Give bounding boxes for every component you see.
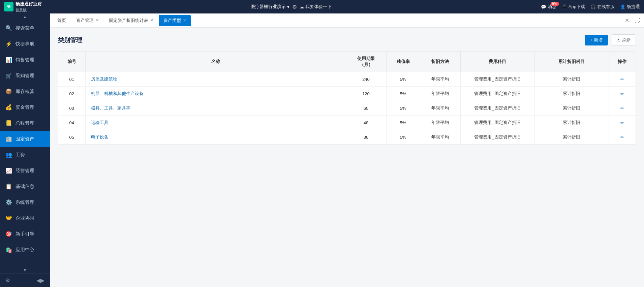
collapse-icon[interactable]: ◀▶ <box>36 277 44 284</box>
tab-bar: 首页 资产管理 ✕ 固定资产折旧统计表 ✕ 资产类型 ✕ ✕ ⛶ <box>50 13 644 28</box>
sidebar-item-label: 企业协同 <box>16 215 34 221</box>
tab-home[interactable]: 首页 <box>53 15 71 26</box>
online-service-label: 在线客服 <box>597 4 615 10</box>
th-name: 名称 <box>85 52 346 72</box>
page-title: 类别管理 <box>58 36 82 44</box>
maximize-window-button[interactable]: ⛶ <box>633 16 641 25</box>
sidebar-item-fixed[interactable]: 🏢 固定资产 <box>0 131 50 147</box>
cell-id: 04 <box>58 116 85 130</box>
app-logo: 畅 畅捷通好业财 普及版 <box>4 1 42 13</box>
sidebar-item-label: 工资 <box>16 152 25 158</box>
sidebar-scroll-up[interactable]: ▲ <box>0 13 50 20</box>
cell-period: 48 <box>346 116 386 130</box>
sidebar-item-quicknav[interactable]: ⚡ 快捷导航 <box>0 36 50 52</box>
search-icon: 🔍 <box>5 25 12 31</box>
experience-button[interactable]: ☁ 我要体验一下 <box>300 4 332 10</box>
tab-home-label: 首页 <box>57 18 66 24</box>
sidebar-item-label: 销售管理 <box>16 57 34 63</box>
cell-residual: 5% <box>386 130 420 145</box>
tab-asset-type-close[interactable]: ✕ <box>183 18 186 23</box>
sidebar-scroll-down[interactable]: ▼ <box>0 267 50 274</box>
cell-accum: 累计折旧 <box>534 116 609 130</box>
cell-method: 年限平均 <box>420 72 460 87</box>
message-badge: 99+ <box>551 2 559 6</box>
th-residual: 残值率 <box>386 52 420 72</box>
sidebar-item-operation[interactable]: 📈 经营管理 <box>0 163 50 179</box>
cell-accum: 累计折旧 <box>534 130 609 145</box>
top-bar-left: 畅 畅捷通好业财 普及版 <box>4 1 42 13</box>
settings-icon[interactable]: ⚙ <box>5 277 10 284</box>
table-row: 04 运输工具 48 5% 年限平均 管理费用_固定资产折旧 累计折旧 ✏ <box>58 116 636 130</box>
sidebar-item-sales[interactable]: 📊 销售管理 <box>0 52 50 68</box>
chevron-down-icon: ▾ <box>287 4 289 9</box>
th-period: 使用期限（月） <box>346 52 386 72</box>
tab-depreciation[interactable]: 固定资产折旧统计表 ✕ <box>104 15 158 26</box>
cell-name[interactable]: 房屋及建筑物 <box>85 72 346 87</box>
cell-residual: 5% <box>386 72 420 87</box>
sidebar-item-general[interactable]: 📒 总账管理 <box>0 115 50 131</box>
sidebar-item-purchase[interactable]: 🛒 采购管理 <box>0 68 50 84</box>
cell-name[interactable]: 器具、工具、家具等 <box>85 101 346 116</box>
edit-button[interactable]: ✏ <box>609 130 636 145</box>
user-icon: 👤 <box>620 4 625 9</box>
sidebar-scroll: 🔍 搜索菜单 ⚡ 快捷导航 📊 销售管理 🛒 采购管理 📦 库存核算 💰 <box>0 20 50 267</box>
phone-icon: 📱 <box>562 4 567 9</box>
tab-asset-type[interactable]: 资产类型 ✕ <box>159 15 191 26</box>
company-selector[interactable]: 医疗器械行业演示 ▾ <box>251 4 289 10</box>
close-window-button[interactable]: ✕ <box>623 16 631 25</box>
message-button[interactable]: 💬 消息 99+ <box>541 4 556 10</box>
app-download-label: App下载 <box>569 4 585 10</box>
sidebar-item-label: 新手引导 <box>16 231 34 237</box>
table-container: 编号 名称 使用期限（月） 残值率 折旧方法 费用科目 累计折旧科目 操作 01… <box>58 51 636 145</box>
user-button[interactable]: 👤 畅捷通 <box>620 4 640 10</box>
top-bar-right: 💬 消息 99+ 📱 App下载 🎧 在线客服 👤 畅捷通 <box>541 4 640 10</box>
cell-name[interactable]: 电子设备 <box>85 130 346 145</box>
cell-period: 120 <box>346 87 386 101</box>
tab-asset-type-label: 资产类型 <box>163 18 181 24</box>
cell-period: 60 <box>346 101 386 116</box>
sidebar-item-inventory[interactable]: 📦 库存核算 <box>0 84 50 99</box>
sidebar-item-system[interactable]: ⚙️ 系统管理 <box>0 194 50 210</box>
sidebar-item-label: 资金管理 <box>16 104 34 110</box>
sidebar-item-basicinfo[interactable]: 📋 基础信息 <box>0 179 50 194</box>
tab-asset-mgmt-close[interactable]: ✕ <box>96 18 99 23</box>
top-bar: 畅 畅捷通好业财 普及版 医疗器械行业演示 ▾ ⚙ ☁ 我要体验一下 💬 消息 … <box>0 0 644 13</box>
online-service-button[interactable]: 🎧 在线客服 <box>590 4 615 10</box>
page-content: 类别管理 + 新增 ↻ 刷新 编号 名称 使用期限（月） <box>50 28 644 287</box>
table-row: 05 电子设备 36 5% 年限平均 管理费用_固定资产折旧 累计折旧 ✏ <box>58 130 636 145</box>
cell-residual: 5% <box>386 116 420 130</box>
sidebar-item-capital[interactable]: 💰 资金管理 <box>0 99 50 115</box>
edit-button[interactable]: ✏ <box>609 116 636 130</box>
sidebar-item-guide[interactable]: 🎯 新手引导 <box>0 226 50 242</box>
th-op: 操作 <box>609 52 636 72</box>
table-header-row: 编号 名称 使用期限（月） 残值率 折旧方法 费用科目 累计折旧科目 操作 <box>58 52 636 72</box>
cell-name[interactable]: 运输工具 <box>85 116 346 130</box>
th-id: 编号 <box>58 52 85 72</box>
refresh-button[interactable]: ↻ 刷新 <box>612 34 636 46</box>
sidebar-item-label: 系统管理 <box>16 199 34 205</box>
tab-asset-mgmt-label: 资产管理 <box>76 18 94 24</box>
cell-name[interactable]: 机器、机械和其他生产设备 <box>85 87 346 101</box>
edit-button[interactable]: ✏ <box>609 87 636 101</box>
cell-accum: 累计折旧 <box>534 101 609 116</box>
tab-depreciation-label: 固定资产折旧统计表 <box>109 18 148 24</box>
quicknav-icon: ⚡ <box>5 41 12 47</box>
tab-depreciation-close[interactable]: ✕ <box>150 18 153 23</box>
gear-button[interactable]: ⚙ <box>292 4 297 10</box>
system-icon: ⚙️ <box>5 199 12 205</box>
th-method: 折旧方法 <box>420 52 460 72</box>
sidebar-item-search[interactable]: 🔍 搜索菜单 <box>0 20 50 36</box>
main-layout: ▲ 🔍 搜索菜单 ⚡ 快捷导航 📊 销售管理 🛒 采购管理 📦 库存核算 <box>0 13 644 287</box>
cell-expense: 管理费用_固定资产折旧 <box>460 87 534 101</box>
sidebar-item-appmarket[interactable]: 🛍️ 应用中心 <box>0 242 50 258</box>
sidebar-item-wage[interactable]: 👥 工资 <box>0 147 50 163</box>
cell-expense: 管理费用_固定资产折旧 <box>460 101 534 116</box>
purchase-icon: 🛒 <box>5 72 12 79</box>
edit-button[interactable]: ✏ <box>609 101 636 116</box>
sidebar-item-enterprise[interactable]: 🤝 企业协同 <box>0 210 50 226</box>
tab-asset-mgmt[interactable]: 资产管理 ✕ <box>71 15 103 26</box>
edit-button[interactable]: ✏ <box>609 72 636 87</box>
cell-expense: 管理费用_固定资产折旧 <box>460 116 534 130</box>
app-download-button[interactable]: 📱 App下载 <box>562 4 585 10</box>
new-button[interactable]: + 新增 <box>585 35 608 45</box>
